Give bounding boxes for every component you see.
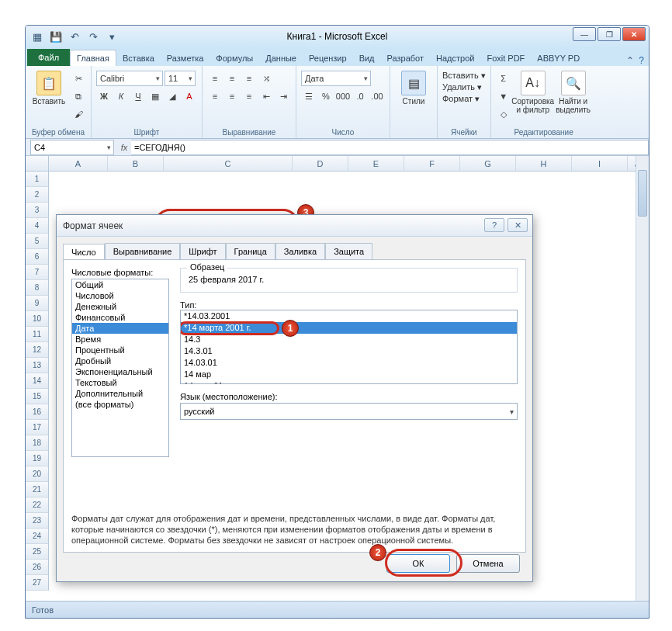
category-item[interactable]: Текстовый xyxy=(72,377,168,388)
category-item[interactable]: Дробный xyxy=(72,355,168,366)
vertical-scrollbar[interactable] xyxy=(636,156,649,601)
format-painter-icon[interactable]: 🖌 xyxy=(71,106,86,122)
formula-input[interactable]: =СЕГОДНЯ() xyxy=(131,140,649,155)
row-header[interactable]: 15 xyxy=(26,389,49,404)
paste-button[interactable]: 📋 Вставить xyxy=(30,71,68,106)
col-header-B[interactable]: B xyxy=(108,156,164,171)
category-listbox[interactable]: ОбщийЧисловойДенежныйФинансовыйДатаВремя… xyxy=(71,279,169,457)
tab-home[interactable]: Главная xyxy=(70,50,116,66)
category-item[interactable]: Дополнительный xyxy=(72,388,168,399)
row-header[interactable]: 20 xyxy=(26,466,49,482)
category-item[interactable]: (все форматы) xyxy=(72,399,168,410)
col-header-E[interactable]: E xyxy=(348,156,404,171)
row-header[interactable]: 24 xyxy=(26,529,49,544)
help-icon[interactable]: ? xyxy=(639,55,644,66)
redo-icon[interactable]: ↷ xyxy=(85,28,102,45)
row-header[interactable]: 26 xyxy=(26,560,49,575)
row-header[interactable]: 5 xyxy=(26,234,49,249)
tab-review[interactable]: Рецензир xyxy=(303,50,353,66)
row-header[interactable]: 17 xyxy=(26,420,49,435)
align-middle-icon[interactable]: ≡ xyxy=(224,71,240,86)
col-header-C[interactable]: C xyxy=(164,156,293,171)
dialog-tab-protection[interactable]: Защита xyxy=(325,243,372,259)
type-item[interactable]: 14 мар 01 xyxy=(181,380,517,384)
dialog-tab-number[interactable]: Число xyxy=(63,244,105,260)
row-header[interactable]: 8 xyxy=(26,280,49,296)
align-bottom-icon[interactable]: ≡ xyxy=(241,71,257,86)
category-item[interactable]: Время xyxy=(72,334,168,345)
row-header[interactable]: 27 xyxy=(26,575,49,591)
row-header[interactable]: 6 xyxy=(26,249,49,265)
italic-button[interactable]: К xyxy=(113,88,129,104)
row-header[interactable]: 11 xyxy=(26,327,49,342)
fill-color-button[interactable]: ◢ xyxy=(165,88,180,104)
dialog-tab-border[interactable]: Граница xyxy=(226,243,275,259)
minimize-button[interactable]: — xyxy=(573,27,596,41)
fx-icon[interactable]: fx xyxy=(117,143,131,152)
col-header-H[interactable]: H xyxy=(516,156,572,171)
row-header[interactable]: 16 xyxy=(26,404,49,420)
dialog-tab-alignment[interactable]: Выравнивание xyxy=(105,243,181,259)
category-item[interactable]: Денежный xyxy=(72,301,168,312)
cancel-button[interactable]: Отмена xyxy=(456,554,520,573)
row-header[interactable]: 3 xyxy=(26,203,49,218)
dialog-tab-fill[interactable]: Заливка xyxy=(275,243,325,259)
dialog-help-button[interactable]: ? xyxy=(484,218,504,232)
language-combo[interactable]: русский xyxy=(180,403,518,420)
insert-cells-button[interactable]: Вставить ▾ xyxy=(442,71,486,81)
row-header[interactable]: 12 xyxy=(26,342,49,358)
tab-abbyy[interactable]: ABBYY PD xyxy=(531,50,586,66)
dec-decimal-icon[interactable]: .00 xyxy=(369,88,385,104)
col-header-G[interactable]: G xyxy=(460,156,516,171)
row-header[interactable]: 9 xyxy=(26,296,49,311)
col-header-I[interactable]: I xyxy=(572,156,628,171)
tab-layout[interactable]: Разметка xyxy=(161,50,210,66)
scrollbar-thumb[interactable] xyxy=(638,170,647,217)
ribbon-minimize-icon[interactable]: ⌃ xyxy=(626,55,634,66)
tab-formulas[interactable]: Формулы xyxy=(210,50,259,66)
row-header[interactable]: 2 xyxy=(26,187,49,203)
name-box[interactable]: C4 xyxy=(30,140,114,155)
align-left-icon[interactable]: ≡ xyxy=(207,88,223,104)
delete-cells-button[interactable]: Удалить ▾ xyxy=(442,82,486,92)
type-item[interactable]: 14 мар xyxy=(181,369,517,380)
row-header[interactable]: 25 xyxy=(26,544,49,560)
align-center-icon[interactable]: ≡ xyxy=(224,88,240,104)
border-button[interactable]: ▦ xyxy=(147,88,163,104)
format-cells-button[interactable]: Формат ▾ xyxy=(442,94,486,104)
indent-dec-icon[interactable]: ⇤ xyxy=(258,88,274,104)
category-item[interactable]: Общий xyxy=(72,279,168,290)
maximize-button[interactable]: ❐ xyxy=(598,27,621,41)
row-header[interactable]: 1 xyxy=(26,172,49,187)
type-item[interactable]: 14.3.01 xyxy=(181,345,517,357)
col-header-F[interactable]: F xyxy=(404,156,460,171)
row-header[interactable]: 14 xyxy=(26,373,49,389)
cut-icon[interactable]: ✂ xyxy=(71,71,86,86)
save-icon[interactable]: 💾 xyxy=(47,28,64,45)
font-name-combo[interactable]: Calibri xyxy=(96,71,163,86)
row-header[interactable]: 10 xyxy=(26,311,49,327)
font-size-combo[interactable]: 11 xyxy=(165,71,196,86)
tab-addins[interactable]: Надстрой xyxy=(430,50,480,66)
sort-filter-button[interactable]: A↓Сортировка и фильтр xyxy=(514,71,552,114)
number-format-combo[interactable]: Дата xyxy=(301,71,371,86)
copy-icon[interactable]: ⧉ xyxy=(71,88,86,104)
comma-icon[interactable]: 000 xyxy=(335,88,351,104)
indent-inc-icon[interactable]: ⇥ xyxy=(275,88,291,104)
row-header[interactable]: 19 xyxy=(26,451,49,466)
type-listbox[interactable]: 1 *14.03.2001*14 марта 2001 г.14.314.3.0… xyxy=(180,310,518,384)
row-header[interactable]: 23 xyxy=(26,513,49,529)
font-color-button[interactable]: A xyxy=(182,88,197,104)
category-item[interactable]: Экспоненциальный xyxy=(72,366,168,377)
col-header-A[interactable]: A xyxy=(49,156,108,171)
dialog-tab-font[interactable]: Шрифт xyxy=(180,243,225,259)
align-right-icon[interactable]: ≡ xyxy=(241,88,257,104)
close-button[interactable]: ✕ xyxy=(622,27,646,41)
row-header[interactable]: 4 xyxy=(26,218,49,234)
row-header[interactable]: 18 xyxy=(26,435,49,451)
tab-developer[interactable]: Разработ xyxy=(381,50,430,66)
type-item[interactable]: *14.03.2001 xyxy=(181,310,517,322)
qat-dropdown-icon[interactable]: ▾ xyxy=(103,28,120,45)
row-header[interactable]: 21 xyxy=(26,482,49,498)
fill-icon[interactable]: ▼ xyxy=(496,88,511,104)
